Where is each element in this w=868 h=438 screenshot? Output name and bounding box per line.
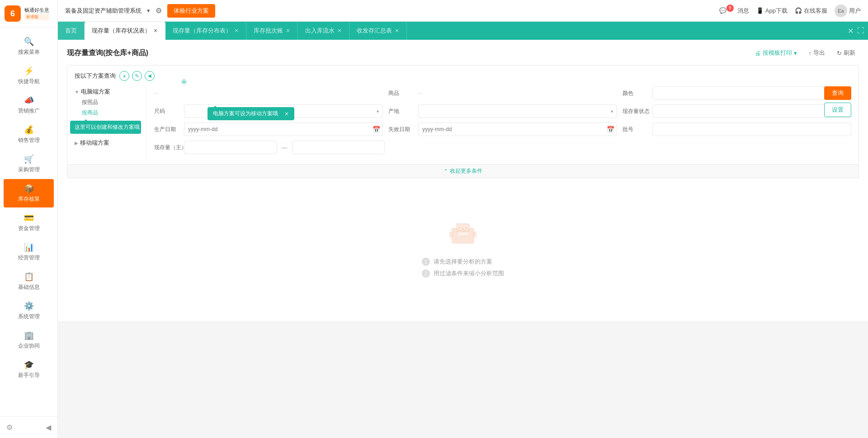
goods-label: 商品	[388, 89, 415, 97]
scheme-group-pc-header[interactable]: ▼ 电脑端方案	[75, 86, 141, 97]
empty-step-2-text: 用过滤条件来缩小分析范围	[434, 269, 504, 278]
size-label: 尺码	[154, 108, 181, 115]
tab-inventory-batch[interactable]: 库存批次账 ✕	[246, 22, 298, 40]
user-action[interactable]: Ea 用户	[835, 5, 861, 17]
sidebar-nav: 🔍 搜索菜单 ⚡ 快捷导航 📣 营销推广 💰 销售管理 🛒 采购管理 📦 库存核…	[0, 28, 57, 416]
sidebar-item-operation[interactable]: 📊 经营管理	[4, 238, 54, 266]
arrow-scheme-button[interactable]: ◀	[145, 71, 155, 81]
svg-rect-8	[473, 231, 476, 238]
guide-icon: 🎓	[24, 360, 34, 370]
filter-tooltip-text: 这里可以创建和修改方案哦	[75, 123, 140, 131]
prod-date-wrapper: 📅	[184, 122, 383, 136]
tab-home[interactable]: 首页	[58, 22, 85, 40]
sidebar-logo: 6 畅通好生意 标准版	[0, 0, 57, 28]
search-buttons: 查询 设置	[824, 86, 851, 117]
experience-button[interactable]: 体验行业方案	[167, 4, 215, 18]
color-select[interactable]: ▾	[652, 86, 851, 100]
scheme-item-by-goods[interactable]: 按商品	[75, 108, 141, 118]
expire-date-calendar-icon[interactable]: 📅	[607, 126, 614, 133]
tab-fullscreen-icon[interactable]: ⛶	[857, 27, 864, 35]
tab-close-icon[interactable]: ✕	[337, 28, 342, 34]
sidebar-item-finance[interactable]: 💳 资金管理	[4, 208, 54, 237]
message-action[interactable]: 💬 9 消息	[719, 7, 749, 15]
system-dropdown-icon[interactable]: ▾	[147, 7, 150, 14]
origin-select-arrow: ▾	[611, 109, 613, 114]
empty-step-1-number: 1	[422, 258, 430, 266]
sidebar-item-label: 采购管理	[18, 166, 40, 174]
scheme-group-pc: ▼ 电脑端方案 按照品 按商品	[75, 86, 141, 118]
sidebar-item-label: 销售管理	[18, 137, 40, 144]
quick-nav-icon: ⚡	[24, 66, 34, 76]
tab-close-icon[interactable]: ✕	[286, 28, 290, 34]
search-button[interactable]: 查询	[824, 86, 851, 100]
color-label: 颜色	[623, 89, 650, 97]
headset-icon: 🎧	[795, 7, 802, 14]
add-scheme-button[interactable]: +	[119, 71, 129, 81]
prod-date-calendar-icon[interactable]: 📅	[373, 126, 380, 133]
filter-item-origin: 产地 ▾	[388, 104, 617, 118]
settings-bottom-icon[interactable]: ⚙	[5, 421, 14, 433]
stock-main-max-input[interactable]	[292, 141, 385, 154]
tab-in-out-flow[interactable]: 出入库流水 ✕	[298, 22, 349, 40]
print-label: 按模板打印	[763, 49, 792, 57]
filter-item-prod-date: 生产日期 📅	[154, 122, 383, 136]
sidebar-item-marketing[interactable]: 📣 营销推广	[4, 91, 54, 119]
refresh-button[interactable]: ↻ 刷新	[833, 47, 859, 59]
collapse-bar[interactable]: ⌃ 收起更多条件	[67, 165, 859, 178]
edit-scheme-button[interactable]: ✎	[132, 71, 142, 81]
tab-close-icon[interactable]: ✕	[395, 28, 399, 34]
sidebar: 6 畅通好生意 标准版 🔍 搜索菜单 ⚡ 快捷导航 📣 营销推广 💰 销售管理 …	[0, 0, 58, 438]
tab-close-icon[interactable]: ✕	[153, 28, 158, 34]
operation-icon: 📊	[24, 242, 34, 252]
export-button[interactable]: ↑ 导出	[805, 47, 829, 59]
page-title-bar: 现存量查询(按仓库+商品) 🖨 按模板打印 ▾ ↑ 导出 ↻ 刷新	[67, 47, 859, 59]
stock-main-min-input[interactable]	[184, 141, 277, 154]
filter-tooltip-container: 这里可以创建和修改方案哦 ✕	[75, 121, 141, 134]
tab-inventory-status[interactable]: 现存量（库存状况表） ✕	[85, 22, 165, 40]
tab-recv-summary[interactable]: 收发存汇总表 ✕	[349, 22, 407, 40]
stock-status-select[interactable]: ▾	[652, 104, 851, 118]
batch-no-input[interactable]	[652, 122, 851, 136]
sidebar-item-basic[interactable]: 📋 基础信息	[4, 267, 54, 296]
sidebar-item-inventory[interactable]: 📦 库存核算	[4, 179, 54, 207]
tab-close-icon[interactable]: ✕	[234, 28, 239, 34]
sidebar-item-label: 资金管理	[18, 225, 40, 232]
prod-date-input[interactable]	[184, 122, 383, 136]
sidebar-item-purchase[interactable]: 🛒 采购管理	[4, 150, 54, 178]
scheme-item-by-product[interactable]: 按照品	[75, 97, 141, 108]
scheme-tooltip-close-icon[interactable]: ✕	[284, 111, 289, 117]
sidebar-item-enterprise[interactable]: 🏢 企业协同	[4, 326, 54, 354]
marketing-icon: 📣	[24, 95, 34, 105]
size-select-arrow: ▾	[377, 109, 379, 114]
sidebar-item-system[interactable]: ⚙️ 系统管理	[4, 297, 54, 325]
filter-tooltip-close[interactable]: ✕	[145, 124, 150, 131]
sidebar-item-search-menu[interactable]: 🔍 搜索菜单	[4, 32, 54, 61]
header-settings-icon[interactable]: ⚙	[156, 6, 162, 15]
expire-date-input[interactable]	[418, 122, 617, 136]
message-badge: 9	[726, 5, 734, 12]
filter-tooltip-box: 这里可以创建和修改方案哦 ✕	[70, 121, 141, 134]
filter-item-warehouse: ···	[154, 86, 383, 100]
top-header: 装备及固定资产辅助管理系统 ▾ ⚙ 体验行业方案 💬 9 消息 📱 App下载 …	[58, 0, 868, 22]
tab-inventory-dist[interactable]: 现存量（库存分布表） ✕	[165, 22, 246, 40]
origin-select[interactable]: ▾	[418, 104, 617, 118]
print-button[interactable]: 🖨 按模板打印 ▾	[751, 47, 801, 59]
sidebar-item-quick-nav[interactable]: ⚡ 快捷导航	[4, 61, 54, 90]
tab-close-all-icon[interactable]: ✕	[848, 27, 854, 35]
tab-inventory-status-label: 现存量（库存状况表）	[92, 27, 151, 35]
message-icon: 💬	[719, 7, 726, 14]
scheme-group-mobile-header[interactable]: ▶ 移动端方案	[75, 137, 141, 148]
scheme-tooltip-text: 电脑方案可设为移动方案哦	[213, 110, 278, 118]
sidebar-item-guide[interactable]: 🎓 新手引导	[4, 355, 54, 384]
filter-item-color: 颜色 ▾	[623, 86, 851, 100]
reset-button[interactable]: 设置	[824, 103, 851, 117]
more-icon-goods[interactable]: ···	[418, 90, 423, 96]
app-download-action[interactable]: 📱 App下载	[756, 7, 788, 15]
collapse-sidebar-icon[interactable]: ◀	[44, 421, 53, 433]
more-icon-warehouse[interactable]: ···	[154, 90, 159, 96]
range-separator: —	[280, 144, 289, 151]
tab-bar: 首页 现存量（库存状况表） ✕ 现存量（库存分布表） ✕ 库存批次账 ✕ 出入库…	[58, 22, 868, 40]
online-support-action[interactable]: 🎧 在线客服	[795, 7, 827, 15]
sidebar-item-sales[interactable]: 💰 销售管理	[4, 120, 54, 149]
print-dropdown-icon[interactable]: ▾	[794, 50, 797, 57]
